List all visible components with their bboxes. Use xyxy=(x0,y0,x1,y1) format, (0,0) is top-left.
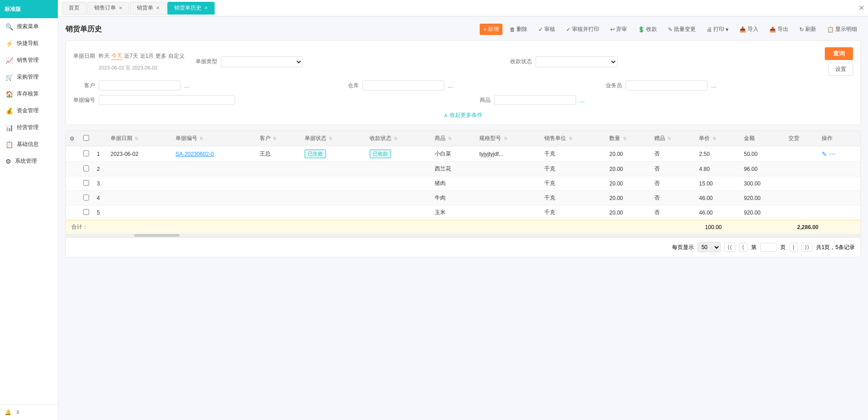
checkbox-cell[interactable] xyxy=(80,146,93,162)
collect-button[interactable]: 💲 收款 xyxy=(634,24,661,35)
customer-col-header[interactable]: 客户 ⇅ xyxy=(256,131,301,146)
sidebar-item-purchase-mgmt[interactable]: 🛒 采购管理 xyxy=(0,69,58,85)
doc-num-col-header[interactable]: 单据编号 ⇅ xyxy=(172,131,256,146)
print-button[interactable]: 🖨 打印 ▾ xyxy=(703,24,732,35)
shortcut-custom[interactable]: 自定义 xyxy=(168,52,185,60)
collect-status-select[interactable] xyxy=(536,56,617,67)
export-button[interactable]: 📤 导出 xyxy=(766,24,792,35)
select-all-checkbox[interactable] xyxy=(83,135,89,141)
gear-col-header[interactable]: ⚙ xyxy=(66,131,80,146)
page-number-input[interactable]: 1 xyxy=(760,243,777,252)
audit-button[interactable]: ✓ 审核 xyxy=(535,24,559,35)
shortcut-today[interactable]: 今天 xyxy=(111,52,122,60)
checkbox-col-header[interactable] xyxy=(80,131,93,146)
checkbox-cell[interactable] xyxy=(80,162,93,176)
audit-icon: ✓ xyxy=(538,26,543,33)
collapse-more-button[interactable]: ∧ 收起更多条件 xyxy=(73,110,853,121)
new-button[interactable]: + 新增 xyxy=(480,24,502,35)
goods-cell: 猪肉 xyxy=(431,176,476,191)
row-checkbox-2[interactable] xyxy=(83,180,89,186)
business-dots[interactable]: ... xyxy=(711,82,717,89)
price-col-header[interactable]: 单价 ⇅ xyxy=(695,131,740,146)
gift-col-header[interactable]: 赠品 ⇅ xyxy=(651,131,696,146)
tab-sales-goods-close[interactable]: ✕ xyxy=(156,5,160,10)
batch-change-button[interactable]: ✎ 批量变更 xyxy=(664,24,699,35)
qty-col-header[interactable]: 数量 ⇅ xyxy=(606,131,651,146)
sidebar-item-ops-mgmt[interactable]: 📊 经营管理 xyxy=(0,119,58,136)
set-button[interactable]: 设置 xyxy=(828,63,853,76)
shortcut-last-month[interactable]: 近1月 xyxy=(140,52,154,60)
goods-dots[interactable]: ... xyxy=(580,96,585,104)
sidebar-item-sys-mgmt[interactable]: ⚙ 系统管理 xyxy=(0,153,58,170)
doc-date-cell xyxy=(107,191,172,205)
tab-sales-history[interactable]: 销货单历史 ✕ xyxy=(167,2,215,15)
sidebar-item-inventory[interactable]: 🏠 库存核算 xyxy=(0,85,58,102)
batch-change-icon: ✎ xyxy=(668,26,672,33)
table-row: 3 猪肉 千克 20.00 否 15.00 300.00 xyxy=(66,176,860,191)
collect-status-col-header[interactable]: 收款状态 ⇅ xyxy=(366,131,431,146)
sidebar-item-finance-mgmt[interactable]: 💰 资金管理 xyxy=(0,102,58,119)
audit-print-button[interactable]: ✓ 审核并打印 xyxy=(562,24,603,35)
first-page-button[interactable]: ⟨⟨ xyxy=(724,243,735,252)
tab-sales-history-close[interactable]: ✕ xyxy=(204,5,208,10)
ops-icon-0[interactable]: ✎ xyxy=(822,150,827,158)
per-page-select[interactable]: 10 20 50 100 xyxy=(697,242,721,252)
row-checkbox-3[interactable] xyxy=(83,195,89,200)
import-button[interactable]: 📥 导入 xyxy=(736,24,762,35)
toolbar: + 新增 🗑 删除 ✓ 审核 ✓ 审核并打印 ↩ 弃审 xyxy=(480,24,861,35)
doc-status-col-header[interactable]: 单据状态 ⇅ xyxy=(301,131,366,146)
notification-icon[interactable]: 🔔 xyxy=(5,409,11,415)
goods-input[interactable] xyxy=(494,95,576,105)
doc-num-cell[interactable]: SA-20230602-0 xyxy=(172,146,256,162)
unit-col-header[interactable]: 销售单位 ⇅ xyxy=(541,131,606,146)
ops-col-header: 操作 xyxy=(818,131,860,146)
prev-page-button[interactable]: ⟨ xyxy=(739,243,748,252)
next-page-button[interactable]: ⟩ xyxy=(789,243,798,252)
sidebar-item-search-menu[interactable]: 🔍 搜索菜单 xyxy=(0,18,58,35)
shortcut-more[interactable]: 更多 xyxy=(156,52,166,60)
shortcut-yesterday[interactable]: 昨天 xyxy=(99,52,110,60)
checkbox-cell[interactable] xyxy=(80,205,93,220)
doc-date-col-header[interactable]: 单据日期 ⇅ xyxy=(107,131,172,146)
tab-sales-order[interactable]: 销售订单 ✕ xyxy=(87,2,129,15)
row-checkbox-4[interactable] xyxy=(83,209,89,215)
checkbox-cell[interactable] xyxy=(80,176,93,191)
doc-num-cell[interactable] xyxy=(172,205,256,220)
doc-num-cell[interactable] xyxy=(172,176,256,191)
close-all-button[interactable]: ✕ xyxy=(858,4,864,12)
tab-sales-goods[interactable]: 销货单 ✕ xyxy=(130,2,166,15)
trade-cell xyxy=(785,162,818,176)
pause-icon[interactable]: ⏸ xyxy=(15,409,20,415)
customer-dots[interactable]: ... xyxy=(184,82,190,89)
shortcut-last7[interactable]: 近7天 xyxy=(124,52,138,60)
row-checkbox-1[interactable] xyxy=(83,165,89,171)
horizontal-scrollbar[interactable] xyxy=(66,234,860,237)
checkbox-cell[interactable] xyxy=(80,191,93,205)
sidebar-item-sales-mgmt[interactable]: 📈 销售管理 xyxy=(0,52,58,69)
doc-num-cell[interactable] xyxy=(172,162,256,176)
tab-sales-order-close[interactable]: ✕ xyxy=(119,5,122,10)
row-checkbox-0[interactable] xyxy=(83,150,89,156)
doc-type-select[interactable] xyxy=(221,56,303,67)
show-detail-button[interactable]: 📋 显示明细 xyxy=(823,24,861,35)
sidebar-item-quick-nav[interactable]: ⚡ 快捷导航 xyxy=(0,35,58,52)
warehouse-dots[interactable]: ... xyxy=(448,82,453,89)
doc-num-input[interactable] xyxy=(99,95,235,105)
delete-button[interactable]: 🗑 删除 xyxy=(506,24,531,35)
refresh-button[interactable]: ↻ 刷新 xyxy=(796,24,820,35)
tab-home[interactable]: 首页 xyxy=(62,2,86,15)
abandon-button[interactable]: ↩ 弃审 xyxy=(607,24,631,35)
last-page-button[interactable]: ⟩⟩ xyxy=(802,243,813,252)
scrollbar-thumb[interactable] xyxy=(134,234,180,237)
ops-icon-1[interactable]: ⋯ xyxy=(829,150,835,158)
customer-filter-group: 客户 ... xyxy=(73,80,326,90)
customer-input[interactable] xyxy=(99,80,181,90)
query-button[interactable]: 查询 xyxy=(825,47,853,60)
business-input[interactable] xyxy=(626,80,707,90)
goods-col-header[interactable]: 商品 ⇅ xyxy=(431,131,476,146)
sidebar-item-basic-info[interactable]: 📋 基础信息 xyxy=(0,136,58,153)
doc-num-cell[interactable] xyxy=(172,191,256,205)
spec-col-header[interactable]: 规格型号 ⇅ xyxy=(476,131,541,146)
goods-cell: 西兰花 xyxy=(431,162,476,176)
warehouse-input[interactable] xyxy=(362,80,444,90)
